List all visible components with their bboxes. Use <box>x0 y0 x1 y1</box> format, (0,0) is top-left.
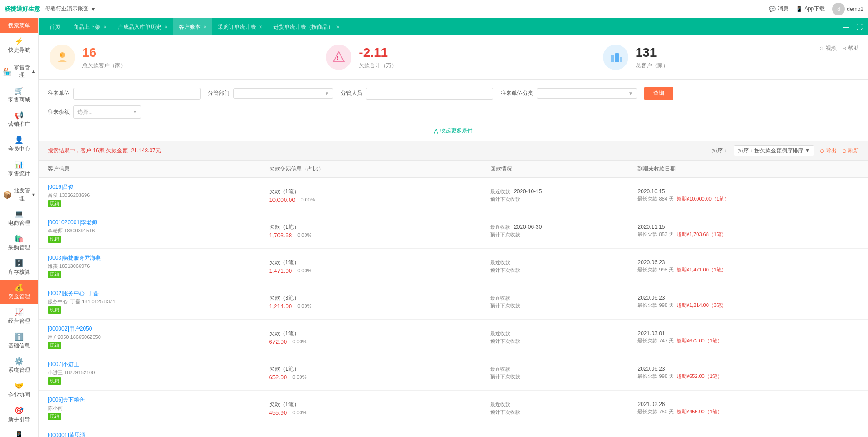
sidebar-item-enterprise[interactable]: 🤝 企业协同 <box>0 378 38 402</box>
tab-purchase-order-close[interactable]: ✕ <box>259 25 262 30</box>
tab-purchase-order[interactable]: 采购订单统计表 ✕ <box>212 18 268 35</box>
tab-customer-account[interactable]: 客户账本 ✕ <box>173 18 212 35</box>
overdue-link-4[interactable]: 超期¥672.00（1笔） <box>677 337 722 344</box>
sidebar-item-retail-stats[interactable]: 📊 零售统计 <box>0 156 38 181</box>
return-label1-3: 最近收款 <box>490 295 510 301</box>
debt-total-icon: ! <box>326 45 351 70</box>
customer-name-6[interactable]: [0006]去下粮仓 <box>48 396 269 404</box>
inventory-icon: 🗄️ <box>15 259 24 267</box>
content-area: ¥ 16 总欠款客户（家） ! <box>39 35 868 437</box>
tab-purchase-stats[interactable]: 进货单统计表（按商品） ✕ <box>268 18 345 35</box>
app-download-btn[interactable]: 📱 App下载 <box>796 5 825 13</box>
finance-icon: 💰 <box>15 283 24 292</box>
person-dots: ... <box>370 90 375 97</box>
quick-nav-icon: ⚡ <box>15 37 24 45</box>
from-unit-label: 往来单位 <box>48 90 70 97</box>
results-actions: 排序： 排序：按欠款金额倒序排序 ▼ ⊙ 导出 ⊙ 刷新 <box>712 145 859 156</box>
export-btn[interactable]: ⊙ 导出 <box>820 147 837 155</box>
tab-customer-account-close[interactable]: ✕ <box>203 25 207 30</box>
batch-mgmt-arrow: ▼ <box>31 192 35 197</box>
tab-product-history[interactable]: 产成品入库单历史 ✕ <box>112 18 173 35</box>
col-return-status: 回款情况 <box>490 165 637 173</box>
sidebar-item-quick-nav[interactable]: ⚡ 快捷导航 <box>0 33 38 58</box>
sort-label: 排序： <box>712 147 728 155</box>
overdue-link-3[interactable]: 超期¥1,214.00（3笔） <box>677 302 727 309</box>
enterprise-icon: 🤝 <box>15 382 24 390</box>
debt-cell-1: 欠款（1笔） 1,703.68 0.00% <box>269 223 491 239</box>
sidebar-item-purchase[interactable]: 🛍️ 采购管理 <box>0 231 38 255</box>
customer-name-1[interactable]: [0001020001]李老师 <box>48 219 269 226</box>
overdue-link-6[interactable]: 超期¥455.90（1笔） <box>677 408 722 415</box>
refresh-btn[interactable]: ⊙ 刷新 <box>842 147 859 155</box>
debt-percent-4: 0.00% <box>292 339 306 344</box>
unit-class-select[interactable]: ▼ <box>537 88 637 99</box>
tab-home[interactable]: 首页 <box>42 18 68 35</box>
overdue-cell-6: 2021.02.26 最长欠款 750 天 超期¥455.90（1笔） <box>637 401 859 415</box>
tab-maximize-btn[interactable]: ⛶ <box>854 23 864 30</box>
overdue-cell-4: 2021.03.01 最长欠款 747 天 超期¥672.00（1笔） <box>637 330 859 344</box>
from-unit-input[interactable]: ... <box>73 88 201 100</box>
sidebar-item-marketing[interactable]: 📢 营销推广 <box>0 107 38 132</box>
overdue-link-1[interactable]: 超期¥1,703.68（1笔） <box>677 231 727 238</box>
debt-amount-4: 672.00 <box>269 338 287 345</box>
sidebar-item-basic-info[interactable]: ℹ️ 基础信息 <box>0 329 38 353</box>
customer-tag-4: 现销 <box>48 342 61 349</box>
sidebar-item-system[interactable]: ⚙️ 系统管理 <box>0 353 38 378</box>
return-label1-0: 最近收款 <box>490 188 510 195</box>
stat-info-debt-total: -2.11 欠款合计（万） <box>359 45 397 70</box>
customer-name-0[interactable]: [0016]吕俊 <box>48 183 269 191</box>
customer-name-7[interactable]: [000001]黄思源 <box>48 432 269 437</box>
guide-icon: 🎯 <box>15 406 24 415</box>
video-btn[interactable]: ⊙ 视频 <box>819 45 836 52</box>
customer-sub-0: 吕俊 13026203696 <box>48 192 269 199</box>
stat-info-total-customers: 131 总客户（家） <box>636 45 668 70</box>
tab-purchase-stats-close[interactable]: ✕ <box>336 25 340 30</box>
dept-select[interactable]: ▼ <box>233 88 333 99</box>
tab-product-offline-close[interactable]: ✕ <box>103 25 107 30</box>
collapse-btn[interactable]: ⋀ 收起更多条件 <box>434 127 473 135</box>
overdue-link-2[interactable]: 超期¥1,471.00（1笔） <box>677 266 727 273</box>
sidebar-item-retail-mgmt[interactable]: 🏪 零售管理 ▲ <box>0 60 38 83</box>
export-label: 导出 <box>826 147 837 155</box>
debt-count-6: 欠款（1笔） <box>269 401 491 408</box>
tab-product-offline[interactable]: 商品上下架 ✕ <box>68 18 112 35</box>
sidebar-item-guide[interactable]: 🎯 新手引导 <box>0 402 38 427</box>
message-btn[interactable]: 💬 消息 <box>769 5 788 13</box>
search-button[interactable]: 查询 <box>644 87 673 100</box>
customer-name-2[interactable]: [0003]畅捷服务尹海燕 <box>48 254 269 262</box>
table-row: [000002]用户2050 用户2050 18665062050 现销 欠款（… <box>39 320 868 355</box>
overdue-cell-1: 2020.11.15 最长欠款 853 天 超期¥1,703.68（1笔） <box>637 224 859 238</box>
overdue-link-5[interactable]: 超期¥652.00（1笔） <box>677 373 722 380</box>
customer-cell-7: [000001]黄思源 黄思源 13552700226 现销 <box>48 432 269 437</box>
balance-select[interactable]: 选择... ▼ <box>73 105 141 119</box>
sidebar-item-finance[interactable]: 💰 资金管理 <box>0 280 38 304</box>
tab-product-history-close[interactable]: ✕ <box>164 25 168 30</box>
logo: 畅捷通好生意 <box>5 5 43 13</box>
tab-minimize-btn[interactable]: — <box>841 23 851 30</box>
sidebar-item-operations[interactable]: 📈 经营管理 <box>0 304 38 329</box>
sidebar-item-member[interactable]: 👤 会员中心 <box>0 132 38 156</box>
store-selector[interactable]: 母婴行业演示账套 ▼ <box>45 5 96 13</box>
debt-cell-5: 欠款（1笔） 652.00 0.00% <box>269 365 491 381</box>
customer-cell-1: [0001020001]李老师 李老师 18600391516 现销 <box>48 219 269 243</box>
customer-tag-5: 现销 <box>48 377 61 385</box>
unit-class-label: 往来单位分类 <box>501 90 533 97</box>
return-label1-5: 最近收款 <box>490 366 510 372</box>
user-profile-btn[interactable]: d demo2 <box>832 3 863 15</box>
customer-name-5[interactable]: [0007]小进王 <box>48 361 269 368</box>
sidebar-search-btn[interactable]: 搜索菜单 <box>0 18 38 33</box>
debt-amount-5: 652.00 <box>269 374 287 381</box>
sidebar-item-app-center[interactable]: 📱 应用中心 <box>0 427 38 437</box>
sort-select[interactable]: 排序：按欠款金额倒序排序 ▼ <box>734 145 814 156</box>
customer-name-3[interactable]: [0002]服务中心_丁磊 <box>48 290 269 297</box>
sidebar-item-ecom[interactable]: 💻 电商管理 <box>0 206 38 231</box>
customer-name-4[interactable]: [000002]用户2050 <box>48 325 269 333</box>
sidebar-item-retail-store[interactable]: 🛒 零售商城 <box>0 83 38 107</box>
help-btn[interactable]: ⊙ 帮助 <box>842 45 859 52</box>
sidebar-item-batch-mgmt[interactable]: 📦 批发管理 ▼ <box>0 183 38 206</box>
overdue-link-0[interactable]: 超期¥10,000.00（1笔） <box>677 196 729 202</box>
sidebar-label-basic-info: 基础信息 <box>8 342 30 350</box>
customer-tag-0: 现销 <box>48 200 61 207</box>
person-input[interactable]: ... <box>366 88 493 100</box>
sidebar-item-inventory[interactable]: 🗄️ 库存核算 <box>0 255 38 280</box>
